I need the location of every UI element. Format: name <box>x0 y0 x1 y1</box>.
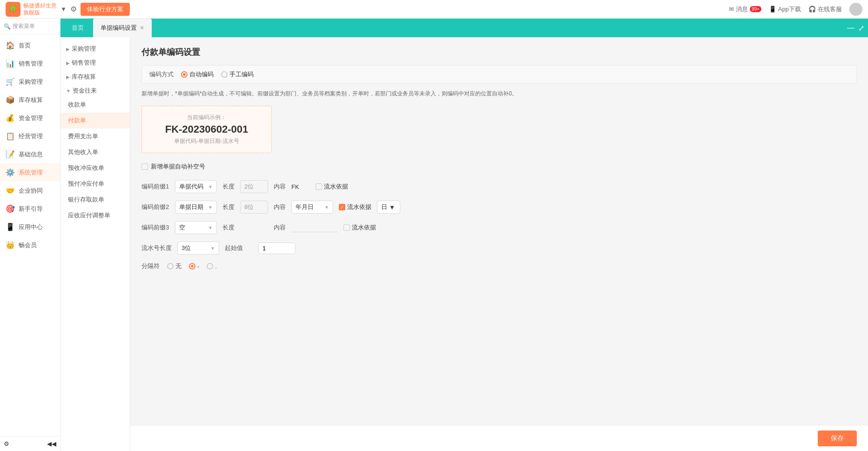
sidebar-item-inventory[interactable]: 📦 库存核算 <box>0 91 60 109</box>
prefix1-select[interactable]: 单据代码 ▼ <box>175 180 217 193</box>
sidebar-item-basic[interactable]: 📝 基础信息 <box>0 145 60 163</box>
waterfall2-checkbox[interactable] <box>339 204 345 210</box>
bottom-bar: 保存 <box>130 425 868 451</box>
operations-icon: 📋 <box>6 132 15 141</box>
sep-dash-option[interactable]: - <box>189 263 199 270</box>
tab-bar-right: — ⤢ <box>847 24 864 33</box>
tab-close-icon[interactable]: ✕ <box>140 25 144 31</box>
sub-sidebar-group-inventory[interactable]: ▶ 库存核算 <box>61 69 130 83</box>
content2-select[interactable]: 年月日 ▼ <box>291 201 333 214</box>
sidebar-item-member[interactable]: 👑 畅会员 <box>0 236 60 254</box>
save-button[interactable]: 保存 <box>818 431 857 446</box>
user-avatar[interactable] <box>849 3 862 16</box>
sidebar-item-operations[interactable]: 📋 经营管理 <box>0 127 60 145</box>
auto-fill-checkbox[interactable] <box>141 163 148 170</box>
top-bar: 🍀 畅捷通好生意 旗舰版 ▼ ⚙ 体验行业方案 ✉ 消息 99+ 📱 App下载… <box>0 0 868 19</box>
sub-sidebar-income[interactable]: 其他收入单 <box>61 144 130 160</box>
auto-fill-row: 新增单据自动补空号 <box>141 162 857 171</box>
sidebar-item-finance[interactable]: 💰 资金管理 <box>0 109 60 127</box>
sidebar-item-purchase[interactable]: 🛒 采购管理 <box>0 73 60 91</box>
inventory-icon: 📦 <box>6 95 15 104</box>
length1-input: 2位 <box>240 180 268 193</box>
page-title: 付款单编码设置 <box>141 47 857 58</box>
tab-home[interactable]: 首页 <box>64 19 91 37</box>
arrow-icon-inventory: ▶ <box>66 74 70 80</box>
app-download-item[interactable]: 📱 App下载 <box>769 5 801 13</box>
sidebar-search[interactable]: 🔍 搜索菜单 <box>0 19 60 34</box>
sidebar-item-home[interactable]: 🏠 首页 <box>0 36 60 54</box>
nav-dropdown[interactable]: ▼ <box>61 6 67 13</box>
arrow-icon-sales: ▶ <box>66 61 70 66</box>
content3-label: 内容 <box>274 223 286 232</box>
prefix2-select[interactable]: 单据日期 ▼ <box>175 201 217 214</box>
waterfall3-check: 流水依据 <box>343 223 376 232</box>
manual-encoding-radio[interactable] <box>221 71 228 78</box>
sidebar-bottom: ⚙ ◀◀ <box>0 436 60 451</box>
trial-button[interactable]: 体验行业方案 <box>81 3 130 16</box>
serial-length-select[interactable]: 3位 ▼ <box>177 242 219 255</box>
sub-sidebar-receipt[interactable]: 收款单 <box>61 97 130 113</box>
tab-encoding[interactable]: 单据编码设置 ✕ <box>93 19 152 37</box>
sub-sidebar-group-capital[interactable]: ▼ 资金往来 <box>61 83 130 97</box>
sep-none-radio[interactable] <box>167 263 174 269</box>
tab-bar-left: 首页 单据编码设置 ✕ <box>64 19 152 37</box>
guide-icon: 🎯 <box>6 204 15 213</box>
sub-sidebar-bank[interactable]: 银行存取款单 <box>61 192 130 208</box>
top-bar-right: ✉ 消息 99+ 📱 App下载 🎧 在线客服 <box>729 3 862 16</box>
maximize-icon[interactable]: ⤢ <box>858 24 864 33</box>
sub-sidebar-group-purchase[interactable]: ▶ 采购管理 <box>61 41 130 55</box>
day-select[interactable]: 日 ▼ <box>377 201 400 214</box>
sub-sidebar-payment[interactable]: 付款单 <box>61 113 130 128</box>
sep-dot-radio[interactable] <box>207 263 213 269</box>
main-layout: 首页 单据编码设置 ✕ — ⤢ ▶ 采购管理 ▶ 销售管理 ▶ 库 <box>61 19 868 451</box>
message-item[interactable]: ✉ 消息 99+ <box>729 5 761 13</box>
sub-sidebar-group-sales[interactable]: ▶ 销售管理 <box>61 55 130 69</box>
prefix2-label: 编码前缀2 <box>141 203 169 211</box>
home-icon: 🏠 <box>6 41 15 50</box>
settings-icon[interactable]: ⚙ <box>70 5 77 13</box>
sub-sidebar-adj[interactable]: 应收应付调整单 <box>61 208 130 223</box>
apps-icon: 📱 <box>6 222 15 231</box>
sep-dot-option[interactable]: . <box>207 263 217 270</box>
sidebar-item-system[interactable]: ⚙️ 系统管理 <box>0 163 60 182</box>
sub-sidebar-advance-receipt[interactable]: 预收冲应收单 <box>61 160 130 176</box>
sep-none-option[interactable]: 无 <box>167 262 182 270</box>
code-example-title: 当前编码示例： <box>149 114 264 121</box>
auto-encoding-radio[interactable] <box>181 71 188 78</box>
minimize-icon[interactable]: — <box>847 24 855 32</box>
separator-label: 分隔符 <box>141 262 160 270</box>
auto-encoding-option[interactable]: 自动编码 <box>181 70 214 79</box>
start-value-input[interactable] <box>258 242 296 254</box>
settings-bottom-icon[interactable]: ⚙ <box>4 440 9 447</box>
finance-icon: 💰 <box>6 114 15 122</box>
tab-bar: 首页 单据编码设置 ✕ — ⤢ <box>61 19 868 37</box>
prefix3-arrow: ▼ <box>208 225 213 230</box>
collapse-icon[interactable]: ◀◀ <box>47 440 56 447</box>
sep-dash-radio[interactable] <box>189 263 195 269</box>
sidebar-item-guide[interactable]: 🎯 新手引导 <box>0 200 60 218</box>
logo: 🍀 畅捷通好生意 旗舰版 <box>6 2 57 17</box>
waterfall1-check: 流水依据 <box>316 182 348 191</box>
sidebar-item-sales[interactable]: 📊 销售管理 <box>0 54 60 73</box>
waterfall1-checkbox[interactable] <box>316 183 322 190</box>
sidebar-item-apps[interactable]: 📱 应用中心 <box>0 218 60 236</box>
online-service-item[interactable]: 🎧 在线客服 <box>808 5 842 13</box>
prefix3-label: 编码前缀3 <box>141 223 169 232</box>
sidebar-item-enterprise[interactable]: 🤝 企业协同 <box>0 182 60 200</box>
sub-sidebar-expense[interactable]: 费用支出单 <box>61 128 130 144</box>
length3-label: 长度 <box>222 223 235 232</box>
system-icon: ⚙️ <box>6 168 15 177</box>
top-bar-nav: ▼ ⚙ 体验行业方案 <box>61 3 130 16</box>
sidebar-items: 🏠 首页 📊 销售管理 🛒 采购管理 📦 库存核算 💰 资金管理 📋 经营管理 … <box>0 34 60 436</box>
arrow-icon-capital: ▼ <box>66 88 71 94</box>
sub-sidebar-advance-payment[interactable]: 预付冲应付单 <box>61 176 130 192</box>
prefix3-select[interactable]: 空 ▼ <box>175 221 217 234</box>
length2-label: 长度 <box>222 203 235 211</box>
start-value-label: 起始值 <box>225 244 253 252</box>
waterfall3-checkbox[interactable] <box>343 224 350 231</box>
top-bar-left: 🍀 畅捷通好生意 旗舰版 ▼ ⚙ 体验行业方案 <box>6 2 130 17</box>
encoding-method-label: 编码方式 <box>149 70 174 79</box>
sales-icon: 📊 <box>6 59 15 68</box>
code-example-box: 当前编码示例： FK-20230602-001 单据代码-单据日期-流水号 <box>141 106 272 153</box>
manual-encoding-option[interactable]: 手工编码 <box>221 70 254 79</box>
